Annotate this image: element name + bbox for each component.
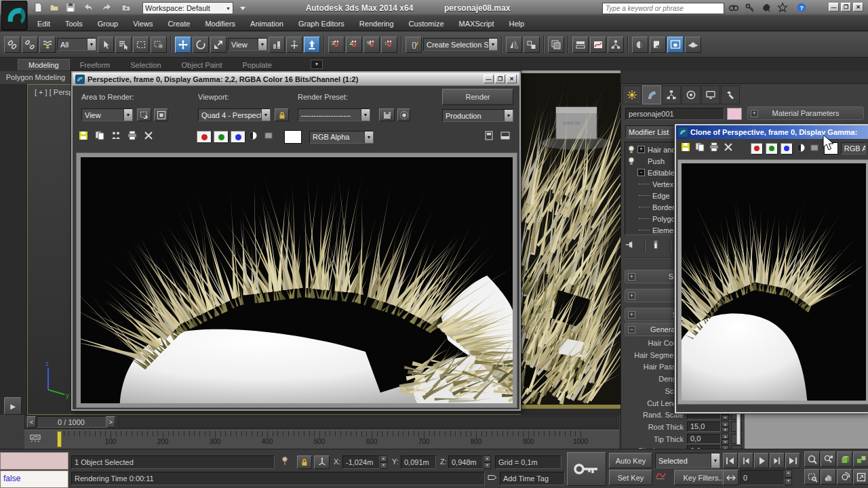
- copy-image-button[interactable]: [94, 130, 108, 144]
- command-panel-tab-modify[interactable]: [642, 85, 661, 104]
- open-mini-curve-editor-button[interactable]: [30, 433, 46, 447]
- previous-frame-button[interactable]: [738, 453, 753, 468]
- rectangular-selection-region-button[interactable]: [133, 37, 149, 53]
- close-button[interactable]: ✕: [853, 3, 863, 12]
- track-bar-ruler[interactable]: 01002003004005006007008009001000: [58, 430, 594, 449]
- zoom-all-button[interactable]: [821, 451, 836, 467]
- toggle-ui-button[interactable]: [500, 130, 514, 144]
- time-slider-handle[interactable]: 0 / 1000: [37, 416, 106, 428]
- zoom-extents-all-button[interactable]: [853, 451, 868, 467]
- viewport-dropdown[interactable]: Quad 4 - Perspective▼: [198, 108, 271, 121]
- area-to-render-dropdown[interactable]: View▼: [81, 108, 133, 121]
- menu-tools[interactable]: Tools: [58, 18, 90, 30]
- select-and-move-button[interactable]: [175, 37, 191, 53]
- monochrome-button[interactable]: [795, 142, 806, 155]
- selection-set-dropdown[interactable]: Selected▼: [655, 453, 720, 468]
- current-frame-field[interactable]: 0: [740, 470, 785, 485]
- workspace-flyout-icon[interactable]: [237, 3, 248, 14]
- color-swatch[interactable]: [284, 130, 302, 144]
- clone-title-bar[interactable]: Clone of Perspective, frame 0, Display G…: [676, 125, 868, 139]
- command-panel-tab-create[interactable]: [623, 85, 642, 104]
- select-and-link-button[interactable]: [4, 37, 20, 53]
- ribbon-toggle-button[interactable]: [572, 37, 589, 53]
- open-file-button[interactable]: [49, 2, 62, 14]
- blue-channel-button[interactable]: [781, 143, 793, 155]
- render-preset-dropdown[interactable]: --------------------▼: [298, 108, 370, 121]
- absolute-mode-toggle[interactable]: [314, 455, 330, 469]
- print-image-button[interactable]: [709, 142, 720, 155]
- curve-editor-button[interactable]: [590, 37, 606, 53]
- ribbon-tab-selection[interactable]: Selection: [120, 60, 171, 70]
- rfw-maximize-button[interactable]: ❐: [495, 75, 505, 83]
- selection-lock-pin-icon[interactable]: [279, 455, 294, 469]
- unlink-selection-button[interactable]: [22, 37, 38, 53]
- go-to-end-button[interactable]: [785, 453, 800, 468]
- command-panel-tab-display[interactable]: [701, 85, 720, 104]
- select-and-scale-button[interactable]: [210, 37, 226, 53]
- align-button[interactable]: [524, 37, 540, 53]
- menu-group[interactable]: Group: [90, 18, 126, 30]
- menu-rendering[interactable]: Rendering: [352, 18, 401, 30]
- show-end-result-button[interactable]: [650, 239, 665, 253]
- select-and-rotate-button[interactable]: [193, 37, 209, 53]
- favorites-icon[interactable]: [777, 2, 792, 14]
- preset-options-button[interactable]: [397, 108, 410, 121]
- command-panel-tab-motion[interactable]: [682, 85, 701, 104]
- set-keys-button[interactable]: [567, 452, 606, 486]
- menu-animation[interactable]: Animation: [243, 18, 291, 30]
- default-in-out-tangents-button[interactable]: [655, 470, 673, 485]
- menu-modifiers[interactable]: Modifiers: [197, 18, 243, 30]
- clone-rendered-frame-button[interactable]: [111, 130, 125, 144]
- alpha-channel-button[interactable]: [809, 142, 820, 155]
- ribbon-more-button[interactable]: ▼: [311, 60, 323, 69]
- new-file-button[interactable]: [33, 2, 46, 14]
- auto-region-button[interactable]: [154, 108, 168, 121]
- monochrome-button[interactable]: [248, 130, 261, 144]
- search-button[interactable]: [728, 2, 743, 14]
- set-key-button[interactable]: Set Key: [609, 470, 652, 485]
- command-panel-tab-hierarchy[interactable]: [662, 85, 681, 104]
- angle-snap-button[interactable]: ∠: [346, 37, 362, 53]
- rfw-minimize-button[interactable]: —: [484, 75, 494, 83]
- search-input[interactable]: [602, 3, 724, 14]
- listener-input-line[interactable]: [0, 452, 68, 470]
- edit-named-selection-sets-button[interactable]: {}: [406, 37, 422, 53]
- menu-maxscript[interactable]: MAXScript: [452, 18, 502, 30]
- object-color-swatch[interactable]: [727, 108, 742, 120]
- red-channel-button[interactable]: [197, 131, 212, 143]
- red-channel-button[interactable]: [751, 143, 763, 155]
- help-button[interactable]: ?: [796, 2, 811, 14]
- copy-image-button[interactable]: [694, 142, 706, 155]
- zoom-button[interactable]: [804, 451, 820, 467]
- pan-button[interactable]: [821, 469, 836, 485]
- expand-box[interactable]: -: [637, 169, 645, 176]
- alpha-channel-button[interactable]: [263, 130, 277, 144]
- render-button[interactable]: Render: [442, 89, 513, 105]
- toggle-ui-overlays-button[interactable]: [484, 130, 498, 144]
- ribbon-tab-modeling[interactable]: Modeling: [18, 59, 70, 70]
- param-spinner[interactable]: ▲▼: [722, 422, 729, 432]
- layer-manager-button[interactable]: [548, 37, 564, 53]
- app-logo[interactable]: [1, 1, 28, 30]
- mirror-button[interactable]: [506, 37, 522, 53]
- spinner-snap-button[interactable]: ↕: [381, 37, 397, 53]
- clear-image-button[interactable]: [143, 130, 157, 144]
- zoom-extents-button[interactable]: [837, 451, 852, 467]
- communication-center-icon[interactable]: [761, 2, 776, 14]
- material-editor-button[interactable]: [632, 37, 648, 53]
- keyboard-shortcut-override-button[interactable]: [304, 37, 320, 53]
- save-image-button[interactable]: [78, 130, 92, 144]
- select-object-button[interactable]: [98, 37, 114, 53]
- menu-views[interactable]: Views: [125, 18, 160, 30]
- x-spinner[interactable]: ▲▼: [380, 455, 387, 469]
- command-panel-tab-utilities[interactable]: [721, 85, 740, 104]
- panel-scrollbar[interactable]: [736, 413, 741, 445]
- rendered-frame-window-button[interactable]: [667, 37, 684, 53]
- menu-edit[interactable]: Edit: [30, 18, 58, 30]
- listener-output-line[interactable]: false: [0, 470, 68, 488]
- rfw-title-bar[interactable]: Perspective, frame 0, Display Gamma: 2,2…: [73, 73, 519, 86]
- selection-filter-dropdown[interactable]: All▼: [57, 38, 96, 51]
- previous-frame-button[interactable]: <: [27, 416, 36, 428]
- key-mode-toggle[interactable]: [723, 470, 738, 485]
- license-icon[interactable]: [745, 2, 760, 14]
